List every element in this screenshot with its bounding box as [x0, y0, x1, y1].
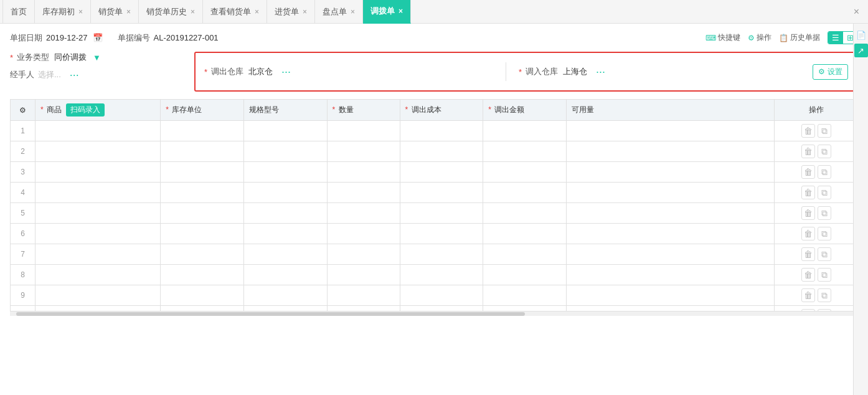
cost-cell[interactable] — [400, 141, 483, 162]
qty-cell[interactable] — [327, 224, 400, 244]
settings-button[interactable]: ⚙ 设置 — [813, 64, 848, 80]
available-cell[interactable] — [566, 244, 774, 265]
tab-check-sales-close[interactable]: × — [255, 7, 259, 16]
tab-transfer-close[interactable]: × — [399, 7, 403, 16]
cost-cell[interactable] — [400, 121, 483, 141]
gear-icon[interactable]: ⚙ — [19, 106, 26, 115]
product-cell[interactable] — [35, 285, 161, 306]
amount-cell[interactable] — [483, 224, 567, 244]
spec-cell[interactable] — [243, 265, 327, 285]
product-cell[interactable] — [35, 203, 161, 224]
qty-cell[interactable] — [327, 203, 400, 224]
cost-cell[interactable] — [400, 285, 483, 306]
delete-icon[interactable]: 🗑 — [801, 145, 815, 158]
unit-cell[interactable] — [161, 162, 244, 183]
delete-icon[interactable]: 🗑 — [801, 268, 815, 282]
handler-more-btn[interactable]: ··· — [70, 69, 79, 80]
available-cell[interactable] — [566, 285, 774, 306]
qty-cell[interactable] — [327, 306, 400, 312]
copy-icon[interactable]: ⧉ — [818, 247, 831, 261]
tab-stocktake-close[interactable]: × — [351, 7, 355, 16]
delete-icon[interactable]: 🗑 — [801, 206, 815, 220]
unit-cell[interactable] — [161, 121, 244, 141]
product-cell[interactable] — [35, 162, 161, 183]
spec-cell[interactable] — [243, 121, 327, 141]
spec-cell[interactable] — [243, 244, 327, 265]
product-cell[interactable] — [35, 306, 161, 312]
tab-sales-history-close[interactable]: × — [191, 7, 195, 16]
tab-sales-history[interactable]: 销货单历史 × — [139, 0, 203, 24]
spec-cell[interactable] — [243, 183, 327, 203]
delete-icon[interactable]: 🗑 — [801, 124, 815, 138]
shortcut-action[interactable]: ⌨ 快捷键 — [705, 32, 740, 43]
unit-cell[interactable] — [161, 224, 244, 244]
unit-cell[interactable] — [161, 244, 244, 265]
unit-cell[interactable] — [161, 285, 244, 306]
product-cell[interactable] — [35, 244, 161, 265]
spec-cell[interactable] — [243, 306, 327, 312]
cost-cell[interactable] — [400, 244, 483, 265]
qty-cell[interactable] — [327, 141, 400, 162]
delete-icon[interactable]: 🗑 — [801, 186, 815, 199]
copy-icon[interactable]: ⧉ — [818, 186, 831, 199]
history-action[interactable]: 📋 历史单据 — [779, 32, 820, 43]
tab-home[interactable]: 首页 — [2, 0, 35, 24]
qty-cell[interactable] — [327, 183, 400, 203]
available-cell[interactable] — [566, 121, 774, 141]
amount-cell[interactable] — [483, 183, 567, 203]
product-cell[interactable] — [35, 265, 161, 285]
available-cell[interactable] — [566, 203, 774, 224]
delete-icon[interactable]: 🗑 — [801, 227, 815, 240]
tab-inventory-init[interactable]: 库存期初 × — [35, 0, 91, 24]
warehouse-in-more-btn[interactable]: ··· — [596, 66, 605, 77]
cost-cell[interactable] — [400, 183, 483, 203]
copy-icon[interactable]: ⧉ — [818, 145, 831, 158]
amount-cell[interactable] — [483, 141, 567, 162]
product-cell[interactable] — [35, 183, 161, 203]
tab-sales-order[interactable]: 销货单 × — [91, 0, 139, 24]
tab-purchase[interactable]: 进货单 × — [267, 0, 315, 24]
spec-cell[interactable] — [243, 285, 327, 306]
available-cell[interactable] — [566, 265, 774, 285]
copy-icon[interactable]: ⧉ — [818, 288, 831, 302]
product-cell[interactable] — [35, 141, 161, 162]
available-cell[interactable] — [566, 306, 774, 312]
spec-cell[interactable] — [243, 141, 327, 162]
list-view-btn[interactable]: ☰ — [828, 32, 843, 44]
available-cell[interactable] — [566, 224, 774, 244]
available-cell[interactable] — [566, 183, 774, 203]
amount-cell[interactable] — [483, 203, 567, 224]
sidebar-doc-icon[interactable]: 📄 — [855, 29, 867, 41]
copy-icon[interactable]: ⧉ — [818, 227, 831, 240]
tab-stocktake[interactable]: 盘点单 × — [315, 0, 363, 24]
spec-cell[interactable] — [243, 162, 327, 183]
product-cell[interactable] — [35, 121, 161, 141]
copy-icon[interactable]: ⧉ — [818, 206, 831, 220]
spec-cell[interactable] — [243, 224, 327, 244]
copy-icon[interactable]: ⧉ — [818, 268, 831, 282]
warehouse-out-more-btn[interactable]: ··· — [281, 66, 291, 77]
delete-icon[interactable]: 🗑 — [801, 247, 815, 261]
spec-cell[interactable] — [243, 203, 327, 224]
unit-cell[interactable] — [161, 141, 244, 162]
tab-check-sales[interactable]: 查看销货单 × — [203, 0, 267, 24]
qty-cell[interactable] — [327, 285, 400, 306]
copy-icon[interactable]: ⧉ — [818, 165, 831, 179]
delete-icon[interactable]: 🗑 — [801, 288, 815, 302]
amount-cell[interactable] — [483, 265, 567, 285]
cost-cell[interactable] — [400, 224, 483, 244]
cost-cell[interactable] — [400, 162, 483, 183]
business-type-dropdown[interactable]: ▼ — [93, 53, 101, 62]
table-scroll-area[interactable]: ⚙ * 商品 扫码录入 * 库存单位 规格型号 — [10, 99, 858, 311]
unit-cell[interactable] — [161, 203, 244, 224]
unit-cell[interactable] — [161, 265, 244, 285]
close-all-tabs[interactable]: × — [847, 6, 866, 17]
amount-cell[interactable] — [483, 285, 567, 306]
unit-cell[interactable] — [161, 183, 244, 203]
amount-cell[interactable] — [483, 244, 567, 265]
scan-entry-button[interactable]: 扫码录入 — [66, 103, 105, 117]
available-cell[interactable] — [566, 162, 774, 183]
amount-cell[interactable] — [483, 306, 567, 312]
qty-cell[interactable] — [327, 244, 400, 265]
cost-cell[interactable] — [400, 306, 483, 312]
